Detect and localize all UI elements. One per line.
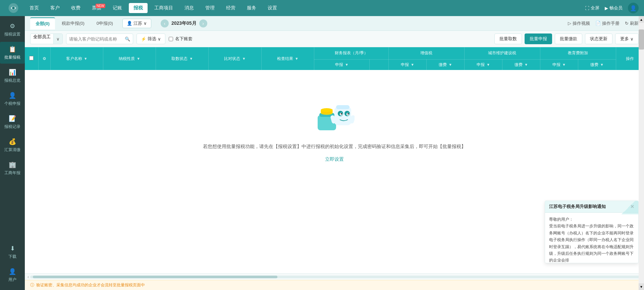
vat-th: 增值税 — [388, 47, 464, 59]
tab-tax-declare[interactable]: 税款申报(0) — [56, 18, 90, 29]
sidebar-item-tax-settings[interactable]: ⚙ 报税设置 — [0, 19, 25, 41]
sidebar-item-annual-report[interactable]: 🏢 工商年报 — [0, 157, 25, 179]
chevron-down-icon: ∨ — [144, 21, 147, 26]
province-selector[interactable]: 👤 江苏 ∨ — [122, 19, 151, 28]
notification-body: 尊敬的用户： 受当前电子税务局进一步升级的影响，同一个政务网账号（办税人）名下的… — [545, 213, 638, 263]
horizontal-scroll-track[interactable] — [30, 276, 641, 278]
account-checkbox[interactable] — [169, 37, 173, 41]
download-icon: ⬇ — [8, 244, 16, 252]
nav-home[interactable]: 首页 — [25, 3, 44, 13]
financial-declare-filter[interactable]: ▼ — [345, 63, 348, 67]
nav-service[interactable]: 服务 — [242, 3, 261, 13]
video-tutorial-link[interactable]: ▷ 操作视频 — [568, 20, 590, 26]
financial-th: 财务报表（月/季） — [314, 47, 388, 59]
edu-declare-filter[interactable]: ▼ — [562, 63, 566, 67]
sidebar-item-batch-tax[interactable]: 📋 批量报税 — [0, 42, 25, 64]
scrollbar-track[interactable] — [639, 23, 644, 283]
nav-operation[interactable]: 经营 — [221, 3, 240, 13]
avatar[interactable]: 👤 — [628, 3, 639, 13]
select-all-checkbox[interactable] — [29, 56, 34, 60]
vat-pay-filter[interactable]: ▼ — [448, 63, 452, 67]
video-icon: ▷ — [568, 21, 571, 26]
compare-status-th: 比对状态 ▼ — [209, 47, 261, 70]
batch-declare-button[interactable]: 批量申报 — [525, 33, 552, 44]
horizontal-scroll-thumb[interactable] — [33, 276, 277, 278]
prev-month-button[interactable]: ‹ — [161, 19, 169, 27]
right-scrollbar: ▲ ▼ — [639, 16, 644, 290]
search-box: 🔍 — [66, 33, 133, 44]
nav-items: 首页 客户 收费 票据 NEW 记账 报税 工商项目 消息 管理 经营 服务 设… — [25, 3, 585, 13]
client-name-th: 客户名称 ▼ — [50, 47, 103, 70]
nav-customer[interactable]: 客户 — [46, 3, 64, 13]
tab-zero-declare[interactable]: 0申报(0) — [91, 18, 118, 29]
city-pay-filter[interactable]: ▼ — [524, 63, 528, 67]
scrollbar-down-button[interactable]: ▼ — [639, 283, 644, 290]
sidebar-item-download[interactable]: ⬇ 下载 — [0, 241, 25, 263]
vat-declare-filter[interactable]: ▼ — [411, 63, 414, 67]
checkbox-label[interactable]: 名下账套 — [169, 36, 193, 42]
refresh-button[interactable]: ↻ 刷新 — [625, 20, 639, 26]
setup-link[interactable]: 立即设置 — [325, 156, 344, 162]
scrollbar-up-button[interactable]: ▲ — [639, 16, 644, 23]
tax-type-filter-icon[interactable]: ▼ — [137, 57, 140, 61]
right-buttons: 批量取数 批量申报 批量缴款 状态更新 更多 ∨ — [494, 33, 639, 44]
manual-link[interactable]: 📄 操作手册 — [595, 20, 620, 26]
svg-point-14 — [347, 113, 349, 115]
scrollbar-thumb[interactable] — [639, 29, 644, 50]
staff-dropdown-arrow[interactable]: ∨ — [53, 34, 62, 44]
sidebar: ⚙ 报税设置 📋 批量报税 📊 报税总览 👤 个税申报 📝 报税记录 💰 汇算清… — [0, 16, 25, 290]
sidebar-item-settlement[interactable]: 💰 汇算清缴 — [0, 134, 25, 156]
nav-message[interactable]: 消息 — [180, 3, 199, 13]
nav-tax[interactable]: 报税 — [129, 3, 148, 13]
check-result-filter-icon[interactable]: ▼ — [295, 57, 299, 61]
sidebar-item-tax-records[interactable]: 📝 报税记录 — [0, 111, 25, 133]
batch-pay-button[interactable]: 批量缴款 — [555, 33, 582, 44]
svg-point-6 — [321, 108, 333, 112]
vat-pay-th: 缴费 ▼ — [426, 59, 464, 70]
next-month-button[interactable]: › — [199, 19, 207, 27]
filter-chevron-icon: ∨ — [158, 37, 161, 42]
svg-point-1 — [12, 7, 15, 9]
edu-tax-th: 教育费附加 — [540, 47, 616, 59]
staff-selector[interactable]: 全部员工 ∨ — [30, 33, 63, 44]
compare-status-filter-icon[interactable]: ▼ — [242, 57, 246, 61]
filter-button[interactable]: ⚡ 筛选 ∨ — [137, 33, 165, 44]
nav-manage[interactable]: 管理 — [201, 3, 219, 13]
tab-bar: 全部(0) 税款申报(0) 0申报(0) 👤 江苏 ∨ ‹ 2023年05月 ›… — [25, 16, 644, 31]
status-update-button[interactable]: 状态更新 — [585, 33, 612, 44]
nav-business[interactable]: 工商项目 — [150, 3, 178, 13]
fullscreen-button[interactable]: ⛶ 全屏 — [585, 5, 599, 11]
vip-button[interactable]: ▶ 畅会员 — [605, 5, 623, 11]
notification-decoration — [618, 201, 638, 214]
client-name-filter-icon[interactable]: ▼ — [84, 57, 88, 61]
sidebar-item-user[interactable]: 👤 用户 — [0, 264, 25, 286]
sidebar-item-tax-overview[interactable]: 📊 报税总览 — [0, 65, 25, 87]
gear-icon[interactable]: ⚙ — [43, 56, 46, 61]
svg-rect-8 — [336, 105, 350, 109]
date-navigation: ‹ 2023年05月 › — [161, 19, 207, 27]
tab-all[interactable]: 全部(0) — [30, 17, 55, 29]
search-icon[interactable]: 🔍 — [125, 37, 130, 42]
fullscreen-icon: ⛶ — [585, 6, 589, 11]
batch-fetch-button[interactable]: 批量取数 — [494, 33, 522, 44]
nav-bookkeeping[interactable]: 记账 — [108, 3, 127, 13]
nav-invoice[interactable]: 票据 NEW — [87, 3, 106, 13]
scroll-left-arrow[interactable]: ‹ — [28, 274, 29, 279]
city-declare-filter[interactable]: ▼ — [486, 63, 490, 67]
batch-tax-icon: 📋 — [8, 45, 16, 53]
edu-pay-filter[interactable]: ▼ — [600, 63, 604, 67]
more-button[interactable]: 更多 ∨ — [615, 33, 639, 44]
search-input[interactable] — [69, 37, 123, 42]
fetch-status-filter-icon[interactable]: ▼ — [189, 57, 193, 61]
new-badge: NEW — [96, 4, 105, 8]
table-header-row: ⚙ 客户名称 ▼ 纳税性质 ▼ 取数状态 ▼ — [25, 47, 644, 59]
nav-charge[interactable]: 收费 — [66, 3, 85, 13]
top-navigation: 首页 客户 收费 票据 NEW 记账 报税 工商项目 消息 管理 经营 服务 设… — [0, 0, 644, 16]
app-logo — [5, 0, 21, 16]
nav-settings[interactable]: 设置 — [263, 3, 282, 13]
tab-bar-right: ▷ 操作视频 📄 操作手册 ↻ 刷新 — [568, 20, 639, 26]
filter-icon: ⚡ — [141, 37, 146, 42]
tax-settings-icon: ⚙ — [8, 22, 16, 30]
annual-report-icon: 🏢 — [8, 161, 16, 169]
sidebar-item-personal-tax[interactable]: 👤 个税申报 — [0, 88, 25, 110]
